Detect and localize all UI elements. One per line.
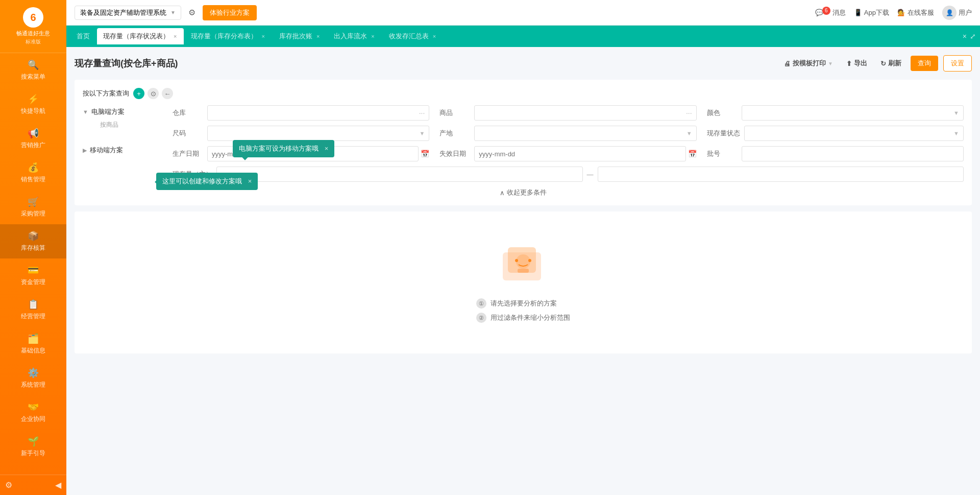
- calendar-icon[interactable]: 📅: [688, 150, 697, 158]
- sidebar-item-coop[interactable]: 🤝 企业协同: [0, 395, 66, 430]
- print-btn[interactable]: 🖨 按模板打印 ▼: [780, 57, 837, 70]
- form-row-4: 现存量（主） —: [173, 167, 964, 182]
- empty-steps: ① 请先选择要分析的方案 ② 用过滤条件来缩小分析范围: [476, 298, 570, 323]
- lightning-icon: ⚡: [28, 93, 39, 105]
- tab-batch[interactable]: 库存批次账 ×: [273, 28, 327, 44]
- sidebar-item-system[interactable]: ⚙️ 系统管理: [0, 361, 66, 395]
- sidebar-item-sales[interactable]: 💰 销售管理: [0, 156, 66, 190]
- sidebar-item-finance[interactable]: 💳 资金管理: [0, 258, 66, 293]
- filter-label: 按以下方案查询: [83, 89, 129, 98]
- tooltip-close-btn[interactable]: ×: [248, 177, 252, 185]
- tab-collect[interactable]: 收发存汇总表 ×: [383, 28, 443, 44]
- add-scheme-btn[interactable]: +: [133, 88, 144, 99]
- sidebar-item-marketing[interactable]: 📢 营销推广: [0, 122, 66, 156]
- tab-home[interactable]: 首页: [70, 28, 96, 44]
- range-sep: —: [587, 171, 594, 178]
- tab-label: 现存量（库存状况表）: [103, 32, 169, 41]
- sidebar-item-label: 基础信息: [21, 346, 45, 355]
- tab-close-icon[interactable]: ×: [173, 33, 178, 40]
- svg-point-5: [528, 259, 531, 262]
- sidebar-item-basic[interactable]: 🗂️ 基础信息: [0, 327, 66, 361]
- batch-no-input[interactable]: [742, 146, 964, 161]
- scheme-item-default[interactable]: 按商品: [93, 119, 164, 131]
- goods-input[interactable]: ···: [474, 105, 696, 121]
- sidebar-item-guide[interactable]: 🌱 新手引导: [0, 430, 66, 464]
- tab-close-icon[interactable]: ×: [315, 33, 321, 40]
- app-selector[interactable]: 装备及固定资产辅助管理系统 ▼: [75, 6, 181, 20]
- sidebar-logo: 6 畅通道好生意 标准版: [0, 0, 66, 53]
- stock-main-to[interactable]: [598, 167, 964, 182]
- tab-close-icon[interactable]: ×: [432, 33, 437, 40]
- expand-arrow-icon: ▶: [83, 147, 87, 154]
- export-btn[interactable]: ⬆ 导出: [842, 57, 871, 70]
- more-icon: ···: [419, 109, 425, 117]
- sidebar-footer: ⚙ ◀: [0, 475, 66, 495]
- tab-stock-dist[interactable]: 现存量（库存分布表） ×: [185, 28, 272, 44]
- topbar-right: 💬 6 消息 📱 App下载 💁 在线客服 👤 用户: [815, 6, 972, 20]
- form-row-1: 仓库 ··· 商品 ···: [173, 105, 964, 121]
- scheme-mobile[interactable]: ▶ 移动端方案: [83, 144, 164, 157]
- download-icon: 📱: [854, 9, 862, 16]
- message-label: 消息: [832, 8, 846, 17]
- settings-footer-btn[interactable]: ⚙: [5, 480, 12, 490]
- topbar: 装备及固定资产辅助管理系统 ▼ ⚙ 体验行业方案 💬 6 消息 📱 App下载 …: [66, 0, 980, 26]
- tab-close-icon[interactable]: ×: [370, 33, 375, 40]
- warehouse-input[interactable]: ···: [207, 105, 429, 121]
- sidebar: 6 畅通道好生意 标准版 🔍 搜索菜单 ⚡ 快捷导航 📢 营销推广 💰 销售管理…: [0, 0, 66, 495]
- refresh-btn[interactable]: ↻ 刷新: [876, 57, 905, 70]
- scheme-pc-children: 按商品: [83, 119, 164, 131]
- page-content: 现存量查询(按仓库+商品) 🖨 按模板打印 ▼ ⬆ 导出 ↻ 刷新 查询 设置: [66, 47, 980, 495]
- form-field-expire-date: 失效日期 📅: [439, 146, 696, 161]
- calendar-icon[interactable]: 📅: [421, 150, 429, 158]
- expire-date-from[interactable]: [474, 146, 685, 161]
- online-service-label: 在线客服: [908, 8, 934, 17]
- stock-main-from[interactable]: [216, 167, 583, 182]
- step-num-1: ①: [476, 298, 486, 309]
- query-button[interactable]: 查询: [911, 56, 938, 71]
- copy-scheme-btn[interactable]: ⊙: [148, 88, 159, 99]
- collapse-sidebar-btn[interactable]: ◀: [55, 480, 61, 490]
- settings-icon[interactable]: ⚙: [186, 6, 198, 19]
- collapse-arrow-icon: ∧: [500, 189, 505, 197]
- sidebar-item-stock[interactable]: 📦 库存核算: [0, 224, 66, 258]
- chevron-down-icon: ▼: [828, 61, 833, 66]
- sidebar-item-search[interactable]: 🔍 搜索菜单: [0, 53, 66, 87]
- app-download-action[interactable]: 📱 App下载: [854, 8, 889, 17]
- online-service-action[interactable]: 💁 在线客服: [897, 8, 934, 17]
- empty-step-1: ① 请先选择要分析的方案: [476, 298, 570, 309]
- sidebar-item-purchase[interactable]: 🛒 采购管理: [0, 190, 66, 224]
- logo-badge: 标准版: [26, 38, 41, 45]
- sidebar-nav: 🔍 搜索菜单 ⚡ 快捷导航 📢 营销推广 💰 销售管理 🛒 采购管理 📦 库存核…: [0, 53, 66, 475]
- chevron-down-icon: ▼: [170, 10, 176, 15]
- sidebar-item-operations[interactable]: 📋 经营管理: [0, 293, 66, 327]
- origin-select[interactable]: ▼: [474, 126, 696, 141]
- chevron-down-icon: ▼: [419, 130, 425, 136]
- tab-close-icon[interactable]: ×: [260, 33, 265, 40]
- tab-stock-status[interactable]: 现存量（库存状况表） ×: [97, 28, 184, 44]
- tab-inout[interactable]: 出入库流水 ×: [328, 28, 381, 44]
- scheme-pc[interactable]: ▼ 电脑端方案: [83, 105, 164, 119]
- close-all-tabs-icon[interactable]: ×: [963, 32, 967, 40]
- empty-step-2: ② 用过滤条件来缩小分析范围: [476, 313, 570, 323]
- svg-point-4: [515, 259, 518, 262]
- operations-icon: 📋: [28, 299, 39, 310]
- set-button[interactable]: 设置: [943, 55, 972, 72]
- filter-actions: + ⊙ ←: [133, 88, 173, 99]
- message-action[interactable]: 💬 6 消息: [815, 8, 846, 17]
- expand-arrow-icon: ▼: [83, 109, 88, 115]
- maximize-icon[interactable]: ⤢: [970, 32, 976, 40]
- scheme-tree: ▼ 电脑端方案 按商品 ▶ 移动端方案: [83, 105, 164, 157]
- experience-button[interactable]: 体验行业方案: [203, 5, 257, 20]
- sidebar-item-label: 搜索菜单: [21, 73, 45, 81]
- stock-status-select[interactable]: ▼: [744, 126, 964, 141]
- refresh-icon: ↻: [880, 60, 886, 67]
- empty-illustration: [495, 242, 551, 288]
- color-select[interactable]: ▼: [742, 105, 964, 121]
- sidebar-item-nav[interactable]: ⚡ 快捷导航: [0, 87, 66, 122]
- user-action[interactable]: 👤 用户: [942, 6, 972, 20]
- size-select[interactable]: ▼: [207, 126, 429, 141]
- tooltip-close-btn[interactable]: ×: [325, 145, 329, 152]
- app-name: 装备及固定资产辅助管理系统: [80, 8, 166, 17]
- stock-icon: 📦: [28, 230, 39, 242]
- back-scheme-btn[interactable]: ←: [162, 88, 173, 99]
